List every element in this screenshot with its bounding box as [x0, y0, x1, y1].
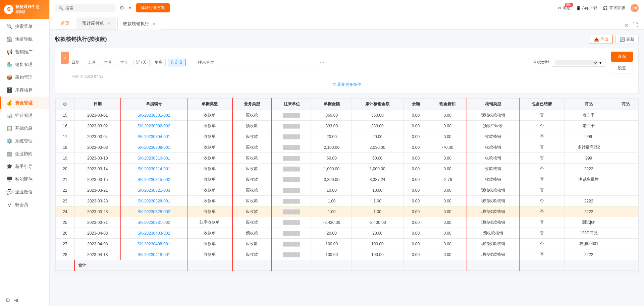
query-button[interactable]: 查询 [611, 52, 633, 62]
cell-cash-discount: 0.00 [428, 217, 467, 228]
last-7days-btn[interactable]: 近7天 [133, 59, 150, 66]
sidebar: 6 畅捷通好生意 标推版 🔍搜索菜单🏠快捷导航📢营销推广🏪销售管理📦采购管理🗄️… [0, 0, 50, 306]
last-month-btn[interactable]: 上月 [85, 59, 99, 66]
col-goods[interactable]: 商品 [565, 99, 613, 110]
col-balance[interactable]: 余额 [403, 99, 428, 110]
sidebar-item-quicknav[interactable]: 🏠快捷导航 [0, 33, 49, 46]
voucher-link[interactable]: SK-20230302-002 [138, 124, 170, 128]
col-cash-discount[interactable]: 现金折扣 [428, 99, 467, 110]
voucher-link[interactable]: SK-20230308-001 [138, 145, 170, 150]
voucher-link[interactable]: SK-20230331-002 [138, 220, 170, 225]
sidebar-item-sales[interactable]: 🏪销售管理 [0, 58, 49, 71]
col-voucher-no[interactable]: 单据编号 [121, 99, 187, 110]
solution-button[interactable]: 体验行业方案 [136, 3, 170, 12]
cell-cash-discount: -2.76 [428, 174, 467, 185]
sidebar-label-inventory: 库存核算 [15, 87, 33, 93]
scrollbar-area[interactable] [55, 271, 638, 275]
sidebar-item-inventory[interactable]: 🗄️库存核算 [0, 84, 49, 97]
filter-toggle-arrow[interactable]: » [61, 52, 69, 64]
col-goods2[interactable]: 商品 [613, 99, 638, 110]
counterpart-input[interactable] [220, 60, 314, 65]
data-table: ⚙ 日期 单据编号 单据类型 业务类型 往来单位 单据金额 累计核销金额 余额 … [55, 98, 638, 271]
cell-cancel-type: 收款核销 [467, 174, 519, 185]
settings-footer-icon[interactable]: ⚙ [5, 297, 10, 303]
counterpart-input-wrap[interactable] [217, 59, 317, 66]
summary-c7 [352, 260, 403, 271]
refresh-button[interactable]: 🔄 刷新 [615, 35, 639, 44]
voucher-link[interactable]: SK-20230403-002 [138, 231, 170, 236]
sidebar-item-basic[interactable]: 📋基础信息 [0, 122, 49, 135]
collection-tab-close[interactable]: ✕ [153, 22, 156, 26]
voucher-type-select[interactable] [555, 60, 598, 65]
col-settings[interactable]: ⚙ [56, 99, 75, 110]
custom-date-btn[interactable]: 自定义 [168, 59, 186, 66]
cell-goods: 999 [565, 153, 613, 164]
date-buttons: 上月 本月 本年 近7天 更多 自定义 [85, 59, 186, 66]
expand-icon: ▽ [333, 82, 336, 87]
sidebar-item-system[interactable]: ⚙️系统管理 [0, 135, 49, 147]
voucher-link[interactable]: SK-20230310-001 [138, 156, 170, 161]
collapse-icon[interactable]: ◀ [14, 297, 18, 303]
sidebar-label-quicknav: 快捷导航 [15, 36, 33, 42]
topbar-gear-icon[interactable]: ⚙ [119, 5, 124, 11]
sidebar-item-enterprise[interactable]: 🏢企业协同 [0, 147, 49, 160]
topbar-search-wrap[interactable]: 🔍 [55, 4, 115, 12]
col-include-settled[interactable]: 包含已结清 [519, 99, 565, 110]
app-download-button[interactable]: 📱 App下载 [576, 5, 597, 11]
cell-date: 2023-04-18 [74, 249, 120, 260]
col-acc-amount[interactable]: 累计核销金额 [352, 99, 403, 110]
voucher-link[interactable]: SK-20230314-001 [138, 167, 170, 171]
tab-expand-icon[interactable]: ⛶ [632, 21, 639, 29]
expand-conditions-btn[interactable]: ▽ 展开更多条件 [333, 82, 361, 87]
sidebar-item-purchase[interactable]: 📦采购管理 [0, 71, 49, 84]
messages-button[interactable]: ✉ 消息 99+ [558, 5, 571, 11]
summary-c4 [232, 260, 271, 271]
cell-goods2 [613, 228, 638, 239]
voucher-link[interactable]: SK-20230418-001 [138, 252, 170, 257]
voucher-link[interactable]: SK-20230328-002 [138, 209, 170, 214]
voucher-link[interactable]: SK-20230315-002 [138, 177, 170, 182]
col-amount[interactable]: 单据金额 [312, 99, 352, 110]
sidebar-item-hardware[interactable]: 🖥️智能硬件 [0, 173, 49, 186]
cell-voucher-type: 红字收款单 [187, 217, 233, 228]
sidebar-item-guide[interactable]: 🎓新手引导 [0, 160, 49, 173]
voucher-link[interactable]: SK-20230301-002 [138, 113, 170, 118]
cell-voucher-no: SK-20230328-002 [121, 206, 187, 217]
cell-biz-type: 应收款 [232, 206, 271, 217]
voucher-link[interactable]: SK-20230304-001 [138, 134, 170, 139]
prepay-tab-close[interactable]: ✕ [107, 21, 110, 26]
voucher-link[interactable]: SK-20230408-001 [138, 242, 170, 246]
tab-prepay[interactable]: 预计应付单 ✕ [76, 17, 116, 29]
export-button[interactable]: 📤 导出 [590, 35, 613, 44]
tab-close-all-icon[interactable]: ✕ [624, 21, 629, 29]
tab-collection[interactable]: 收款核销执行 ✕ [117, 18, 161, 29]
this-year-btn[interactable]: 本年 [117, 59, 131, 66]
voucher-type-select-wrap[interactable]: ▼ [552, 59, 605, 67]
voucher-link[interactable]: SK-20230321-003 [138, 188, 170, 193]
col-biz-type[interactable]: 业务类型 [232, 99, 271, 110]
col-cancel-type[interactable]: 核销类型 [467, 99, 519, 110]
tab-home[interactable]: 首页 [55, 17, 75, 29]
sidebar-item-marketing[interactable]: 📢营销推广 [0, 46, 49, 58]
online-service-button[interactable]: 🎧 在线客服 [603, 5, 625, 11]
sidebar-item-member[interactable]: V畅会员 [0, 198, 49, 211]
col-voucher-type[interactable]: 单据类型 [187, 99, 233, 110]
col-date[interactable]: 日期 [74, 99, 120, 110]
tabbar-right: ✕ ⛶ [624, 21, 639, 29]
sidebar-item-search[interactable]: 🔍搜索菜单 [0, 20, 49, 33]
topbar-search-input[interactable] [65, 6, 109, 10]
voucher-link[interactable]: SK-20230328-001 [138, 199, 170, 203]
user-avatar[interactable]: Rit [631, 4, 639, 12]
cell-voucher-no: SK-20230310-001 [121, 153, 187, 164]
setting-button[interactable]: 设置 [611, 63, 633, 73]
cell-balance: 0.00 [403, 217, 428, 228]
table-row: 23 2023-03-28 SK-20230328-001 收款单 应收款 ██… [56, 196, 638, 206]
this-month-btn[interactable]: 本月 [101, 59, 115, 66]
sidebar-item-operation[interactable]: 📊经营管理 [0, 109, 49, 122]
more-date-btn[interactable]: 更多 [152, 59, 166, 66]
cell-amount: 2,100.00 [312, 142, 352, 153]
sidebar-item-wechat[interactable]: 💬企业微信 [0, 186, 49, 198]
sidebar-item-finance[interactable]: 💰资金管理 [0, 97, 49, 109]
cell-goods2 [613, 185, 638, 196]
col-counterpart[interactable]: 往来单位 [271, 99, 312, 110]
